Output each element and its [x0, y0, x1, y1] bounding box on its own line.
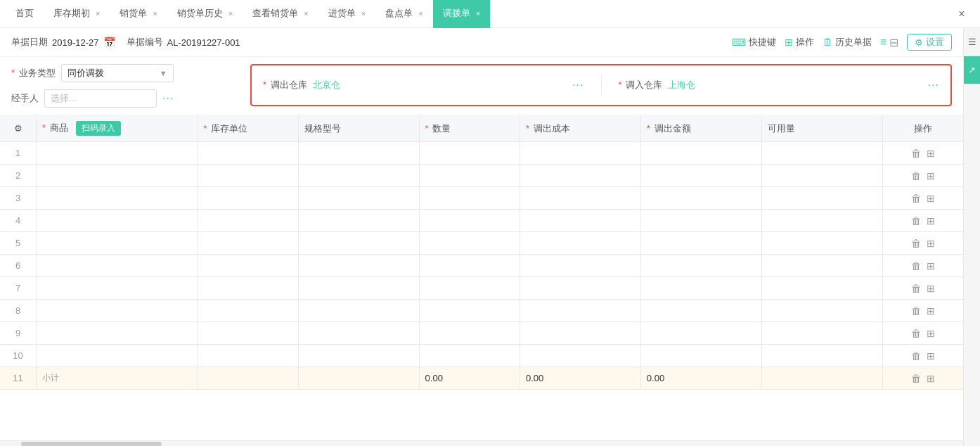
available-cell[interactable]: [761, 210, 882, 232]
cost-cell[interactable]: [520, 300, 640, 322]
copy-icon[interactable]: ⊞: [927, 215, 935, 227]
spec-cell[interactable]: [298, 255, 419, 277]
quantity-cell[interactable]: [419, 255, 520, 277]
scrollbar-thumb[interactable]: [21, 442, 162, 446]
tab-purchase-order[interactable]: 进货单 ×: [318, 0, 375, 28]
tab-sales-history[interactable]: 销货单历史 ×: [167, 0, 243, 28]
spec-cell[interactable]: [298, 300, 419, 322]
copy-icon[interactable]: ⊞: [927, 305, 935, 317]
product-cell[interactable]: [37, 255, 198, 277]
available-cell[interactable]: [761, 165, 882, 187]
product-cell[interactable]: [37, 142, 198, 165]
copy-icon[interactable]: ⊞: [927, 193, 935, 204]
spec-cell[interactable]: [298, 210, 419, 232]
amount-cell[interactable]: [640, 277, 761, 300]
warehouse-in-more-button[interactable]: ···: [928, 79, 939, 91]
grid-view-icon[interactable]: ⊟: [889, 36, 898, 49]
delete-icon[interactable]: 🗑: [911, 328, 921, 339]
unit-cell[interactable]: [198, 255, 298, 277]
delete-icon[interactable]: 🗑: [911, 193, 921, 204]
amount-cell[interactable]: [640, 142, 761, 165]
sidebar-export-icon[interactable]: ↗: [964, 56, 981, 84]
spec-cell[interactable]: [298, 232, 419, 255]
list-view-icon[interactable]: ≡: [880, 36, 886, 49]
amount-cell[interactable]: [640, 322, 761, 345]
spec-cell[interactable]: [298, 345, 419, 367]
tab-inventory-check-close[interactable]: ×: [418, 9, 423, 18]
cost-cell[interactable]: [520, 322, 640, 345]
tab-transfer[interactable]: 调拨单 ×: [433, 0, 490, 28]
unit-cell[interactable]: [198, 300, 298, 322]
unit-cell[interactable]: [198, 210, 298, 232]
tab-purchase-order-close[interactable]: ×: [361, 9, 366, 18]
product-cell[interactable]: [37, 232, 198, 255]
spec-cell[interactable]: [298, 142, 419, 165]
product-cell[interactable]: [37, 187, 198, 210]
manager-more-button[interactable]: ···: [162, 92, 174, 105]
quantity-cell[interactable]: [419, 345, 520, 367]
product-cell[interactable]: [37, 322, 198, 345]
cost-cell[interactable]: [520, 345, 640, 367]
product-cell[interactable]: [37, 165, 198, 187]
unit-cell[interactable]: [198, 187, 298, 210]
quantity-cell[interactable]: [419, 322, 520, 345]
scan-button[interactable]: 扫码录入: [76, 121, 121, 136]
th-gear[interactable]: ⚙: [0, 115, 37, 142]
unit-cell[interactable]: [198, 322, 298, 345]
spec-cell[interactable]: [298, 165, 419, 187]
quantity-cell[interactable]: [419, 300, 520, 322]
amount-cell[interactable]: [640, 187, 761, 210]
spec-cell[interactable]: [298, 322, 419, 345]
copy-icon[interactable]: ⊞: [927, 328, 935, 339]
quantity-cell[interactable]: [419, 210, 520, 232]
tab-transfer-close[interactable]: ×: [476, 9, 480, 18]
delete-icon[interactable]: 🗑: [911, 283, 921, 294]
quantity-cell[interactable]: [419, 277, 520, 300]
copy-icon[interactable]: ⊞: [927, 170, 935, 181]
copy-icon[interactable]: ⊞: [927, 373, 935, 384]
unit-cell[interactable]: [198, 165, 298, 187]
sidebar-list-icon[interactable]: ☰: [964, 28, 981, 56]
copy-icon[interactable]: ⊞: [927, 350, 935, 362]
available-cell[interactable]: [761, 300, 882, 322]
history-button[interactable]: 🗓 历史单据: [823, 36, 872, 49]
amount-cell[interactable]: [640, 345, 761, 367]
delete-icon[interactable]: 🗑: [911, 260, 921, 272]
available-cell[interactable]: [761, 187, 882, 210]
available-cell[interactable]: [761, 277, 882, 300]
unit-cell[interactable]: [198, 277, 298, 300]
settings-button[interactable]: ⚙ 设置: [907, 34, 952, 51]
delete-icon[interactable]: 🗑: [911, 305, 921, 317]
amount-cell[interactable]: [640, 210, 761, 232]
copy-icon[interactable]: ⊞: [927, 238, 935, 249]
product-cell[interactable]: [37, 345, 198, 367]
cost-cell[interactable]: [520, 277, 640, 300]
tab-sales-order[interactable]: 销货单 ×: [110, 0, 167, 28]
manager-select[interactable]: 选择...: [44, 89, 157, 108]
unit-cell[interactable]: [198, 345, 298, 367]
business-type-select[interactable]: 同价调拨 ▼: [61, 64, 174, 82]
delete-icon[interactable]: 🗑: [911, 373, 921, 384]
cost-cell[interactable]: [520, 210, 640, 232]
copy-icon[interactable]: ⊞: [927, 283, 935, 294]
tab-view-sales[interactable]: 查看销货单 ×: [243, 0, 318, 28]
quantity-cell[interactable]: [419, 232, 520, 255]
operations-button[interactable]: ⊞ 操作: [785, 36, 814, 49]
amount-cell[interactable]: [640, 255, 761, 277]
amount-cell[interactable]: [640, 300, 761, 322]
available-cell[interactable]: [761, 232, 882, 255]
delete-icon[interactable]: 🗑: [911, 238, 921, 249]
tab-view-sales-close[interactable]: ×: [304, 9, 308, 18]
available-cell[interactable]: [761, 142, 882, 165]
unit-cell[interactable]: [198, 232, 298, 255]
cost-cell[interactable]: [520, 255, 640, 277]
product-cell[interactable]: [37, 210, 198, 232]
product-cell[interactable]: [37, 277, 198, 300]
tab-home[interactable]: 首页: [6, 0, 44, 28]
copy-icon[interactable]: ⊞: [927, 260, 935, 272]
cost-cell[interactable]: [520, 142, 640, 165]
available-cell[interactable]: [761, 255, 882, 277]
amount-cell[interactable]: [640, 232, 761, 255]
spec-cell[interactable]: [298, 187, 419, 210]
available-cell[interactable]: [761, 322, 882, 345]
